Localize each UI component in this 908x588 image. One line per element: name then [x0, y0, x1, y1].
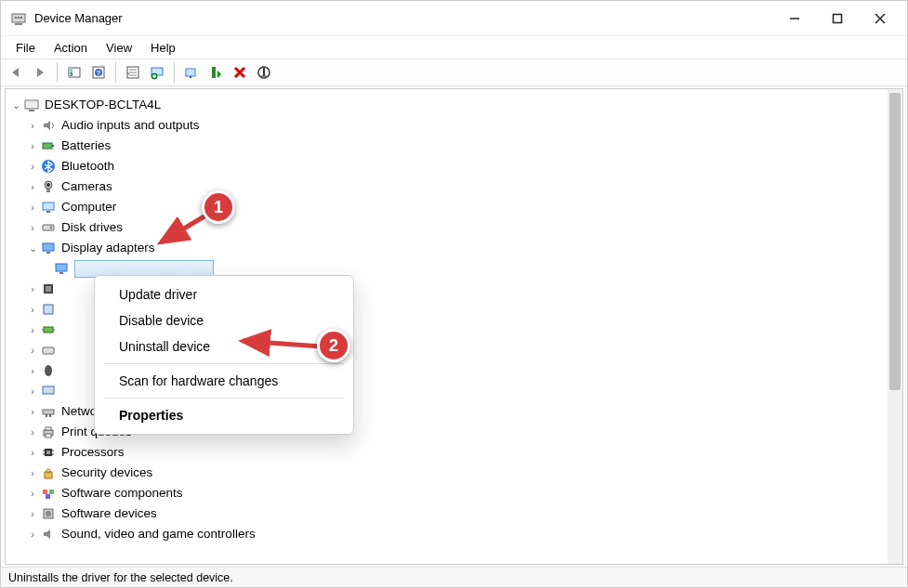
menu-action[interactable]: Action: [45, 39, 97, 57]
expand-icon[interactable]: ›: [26, 524, 39, 544]
svg-rect-54: [46, 434, 51, 438]
ctx-scan-hardware[interactable]: Scan for hardware changes: [95, 368, 353, 394]
annotation-2: 2: [317, 329, 350, 362]
tree-label: Display adapters: [61, 238, 155, 258]
expand-icon[interactable]: ›: [26, 422, 39, 442]
expand-icon[interactable]: ›: [26, 463, 39, 483]
properties-button[interactable]: [122, 61, 144, 84]
expand-icon[interactable]: ›: [26, 442, 39, 463]
expand-icon[interactable]: ›: [26, 320, 39, 340]
expand-icon[interactable]: ›: [26, 360, 39, 381]
disk-icon: [39, 220, 58, 235]
menu-help[interactable]: Help: [141, 39, 185, 57]
bluetooth-icon: [39, 159, 58, 174]
scrollbar[interactable]: [888, 89, 902, 564]
monitor-icon: [39, 384, 58, 399]
tree-node-security[interactable]: › Security devices: [9, 463, 899, 483]
tree-label: Processors: [61, 442, 125, 463]
svg-rect-37: [46, 252, 50, 254]
cpu-icon: [39, 445, 58, 460]
ctx-disable-device[interactable]: Disable device: [95, 307, 353, 333]
enable-device-button[interactable]: [204, 61, 227, 84]
menu-view[interactable]: View: [97, 39, 141, 57]
ctx-properties[interactable]: Properties: [95, 402, 353, 428]
tree-label: Software components: [61, 483, 183, 503]
speaker-icon: [39, 118, 58, 133]
monitor-icon: [39, 200, 58, 215]
tree-label: Software devices: [61, 503, 157, 524]
expand-icon[interactable]: ›: [26, 483, 39, 503]
expand-icon[interactable]: ›: [26, 299, 39, 320]
svg-rect-46: [43, 347, 54, 354]
ctx-uninstall-device[interactable]: Uninstall device: [95, 333, 353, 359]
expand-icon[interactable]: ›: [26, 176, 39, 197]
svg-rect-38: [56, 264, 67, 271]
tree-root[interactable]: ⌄ DESKTOP-BCLTA4L: [9, 95, 899, 115]
svg-rect-41: [46, 286, 51, 292]
svg-rect-64: [49, 490, 54, 494]
software-icon: [39, 506, 58, 521]
close-button[interactable]: [859, 4, 901, 33]
svg-text:?: ?: [97, 69, 101, 77]
expand-icon[interactable]: ›: [26, 156, 39, 176]
svg-rect-26: [43, 143, 52, 149]
expand-icon[interactable]: ›: [26, 381, 39, 401]
tree-node-cameras[interactable]: › Cameras: [9, 176, 899, 197]
svg-rect-22: [212, 67, 216, 78]
svg-point-35: [50, 227, 53, 229]
keyboard-icon: [39, 343, 58, 358]
tree-node-processors[interactable]: › Processors: [9, 442, 899, 463]
expand-icon[interactable]: ›: [26, 279, 39, 299]
maximize-button[interactable]: [816, 4, 859, 33]
tree-node-sw-components[interactable]: › Software components: [9, 483, 899, 503]
security-icon: [39, 465, 58, 480]
expand-icon[interactable]: ›: [26, 340, 39, 360]
show-hide-console-tree-button[interactable]: [63, 61, 86, 84]
minimize-button[interactable]: [773, 4, 816, 33]
expand-icon[interactable]: ›: [26, 115, 39, 136]
expand-icon[interactable]: ›: [26, 503, 39, 524]
tree-node-computer[interactable]: › Computer: [9, 197, 899, 217]
expand-icon[interactable]: ⌄: [9, 95, 22, 115]
toolbar: ?: [1, 59, 907, 86]
chip-icon: [39, 322, 58, 337]
svg-point-30: [46, 183, 50, 187]
scrollbar-thumb[interactable]: [889, 93, 901, 390]
menubar: File Action View Help: [1, 36, 907, 59]
svg-point-4: [20, 17, 22, 19]
tree-node-sw-devices[interactable]: › Software devices: [9, 503, 899, 524]
expand-icon[interactable]: ›: [26, 401, 39, 422]
tree-node-sound[interactable]: › Sound, video and game controllers: [9, 524, 899, 544]
menu-file[interactable]: File: [7, 39, 45, 57]
app-icon: [10, 10, 27, 27]
uninstall-device-button[interactable]: [229, 61, 251, 84]
tree-node-bluetooth[interactable]: › Bluetooth: [9, 156, 899, 176]
update-driver-button[interactable]: [146, 61, 168, 84]
tree-node-display[interactable]: ⌄ Display adapters: [9, 238, 899, 258]
ctx-update-driver[interactable]: Update driver: [95, 281, 353, 307]
collapse-icon[interactable]: ⌄: [26, 238, 39, 258]
display-icon: [39, 241, 58, 255]
scan-hardware-button[interactable]: [180, 61, 203, 84]
firmware-icon: [39, 281, 58, 296]
svg-point-2: [15, 17, 17, 19]
context-menu: Update driver Disable device Uninstall d…: [94, 275, 354, 435]
tree-node-batteries[interactable]: › Batteries: [9, 136, 899, 156]
battery-icon: [39, 138, 58, 153]
svg-rect-24: [25, 100, 38, 109]
expand-icon[interactable]: ›: [26, 136, 39, 156]
disable-device-button[interactable]: [253, 61, 275, 84]
expand-icon[interactable]: ›: [26, 197, 39, 217]
tree-node-audio[interactable]: › Audio inputs and outputs: [9, 115, 899, 136]
annotation-1: 1: [202, 190, 235, 224]
network-icon: [39, 404, 58, 419]
svg-rect-27: [52, 145, 54, 147]
back-button[interactable]: [5, 61, 27, 84]
help-button[interactable]: ?: [87, 61, 110, 84]
tree-node-disk[interactable]: › Disk drives: [9, 217, 899, 238]
expand-icon[interactable]: ›: [26, 217, 39, 238]
svg-rect-49: [43, 410, 54, 414]
svg-point-3: [18, 17, 20, 19]
tree-label: Cameras: [61, 176, 112, 197]
forward-button[interactable]: [29, 61, 51, 84]
